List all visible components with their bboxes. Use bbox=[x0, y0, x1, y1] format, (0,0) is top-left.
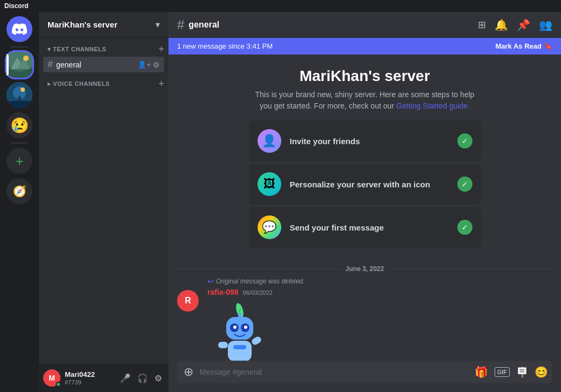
channel-general-icons: 👤+ ⚙ bbox=[138, 60, 160, 69]
date-divider: June 3, 2022 bbox=[168, 256, 561, 277]
channel-settings-icon[interactable]: ⚙ bbox=[153, 60, 160, 69]
headphones-button[interactable]: 🎧 bbox=[135, 371, 150, 386]
message-group-rafia: R rafia-098 06/03/2022 bbox=[177, 288, 552, 361]
user-avatar: M bbox=[43, 369, 60, 387]
personalize-icon-glyph: 🖼 bbox=[263, 177, 275, 191]
message-timestamp: 06/03/2022 bbox=[243, 289, 273, 296]
message-image bbox=[207, 301, 305, 361]
checklist-item-invite[interactable]: 👤 Invite your friends ✓ bbox=[249, 120, 481, 161]
new-message-banner-text: 1 new message since 3:41 PM bbox=[177, 42, 273, 50]
server-header-chevron-icon: ▾ bbox=[156, 19, 160, 30]
checklist-icon-personalize: 🖼 bbox=[258, 172, 281, 196]
server-icon-emoji[interactable]: 😢 bbox=[6, 112, 32, 138]
mark-as-read-button[interactable]: Mark As Read 🔖 bbox=[496, 42, 553, 50]
checklist-icon-message: 💬 bbox=[258, 215, 281, 239]
message-username: rafia-098 bbox=[207, 288, 239, 296]
svg-rect-17 bbox=[238, 313, 241, 319]
server-divider bbox=[11, 46, 28, 48]
pin-icon[interactable]: 📌 bbox=[517, 18, 530, 31]
mark-as-read-icon: 🔖 bbox=[544, 42, 552, 50]
user-info: Mari0422 #7739 bbox=[65, 370, 113, 386]
reply-deleted-text: Original message was deleted. bbox=[216, 278, 305, 285]
voice-channels-add-icon[interactable]: + bbox=[158, 79, 164, 89]
checklist-item-personalize[interactable]: 🖼 Personalize your server with an icon ✓ bbox=[249, 164, 481, 205]
notification-icon[interactable]: 🔔 bbox=[495, 18, 508, 31]
check-icon-personalize: ✓ bbox=[462, 180, 468, 188]
sticker-icon[interactable]: 🪧 bbox=[516, 366, 528, 378]
check-icon-message: ✓ bbox=[462, 223, 468, 232]
message-header-rafia: rafia-098 06/03/2022 bbox=[207, 288, 552, 296]
messages-area[interactable]: 1 new message since 3:41 PM Mark As Read… bbox=[168, 38, 561, 361]
checklist-icon-friends: 👤 bbox=[258, 129, 281, 153]
svg-rect-21 bbox=[251, 335, 262, 346]
message-input[interactable] bbox=[200, 361, 470, 383]
main-content: # general ⊞ 🔔 📌 👥 1 new message since 3:… bbox=[168, 12, 561, 392]
user-status-dot bbox=[56, 382, 61, 387]
checklist-check-invite: ✓ bbox=[457, 133, 472, 148]
checklist-check-personalize: ✓ bbox=[457, 177, 472, 192]
titlebar: Discord bbox=[0, 0, 561, 12]
channel-general-name: general bbox=[56, 60, 134, 69]
text-channels-add-icon[interactable]: + bbox=[158, 44, 164, 54]
svg-rect-18 bbox=[228, 341, 252, 361]
add-member-icon[interactable]: 👤+ bbox=[138, 60, 151, 69]
server-2-wrapper bbox=[6, 82, 32, 108]
user-panel: M Mari0422 #7739 🎤 🎧 ⚙ bbox=[39, 364, 168, 392]
date-divider-line-right bbox=[388, 269, 552, 269]
channel-item-general[interactable]: # general 👤+ ⚙ bbox=[43, 57, 164, 72]
message-avatar-rafia: R bbox=[177, 290, 199, 312]
reply-icon: ↩ bbox=[207, 277, 214, 286]
message-attach-button[interactable]: ⊕ bbox=[181, 361, 195, 383]
checklist-check-message: ✓ bbox=[457, 220, 472, 235]
user-settings-button[interactable]: ⚙ bbox=[152, 371, 164, 386]
svg-rect-10 bbox=[6, 101, 32, 108]
server-icon-2[interactable] bbox=[6, 82, 32, 108]
message-content-rafia: rafia-098 06/03/2022 bbox=[207, 288, 552, 361]
checklist-label-personalize: Personalize your server with an icon bbox=[290, 180, 449, 189]
server-emoji-wrapper: 😢 bbox=[6, 112, 32, 138]
server-welcome: MariKhan's server This is your brand new… bbox=[168, 55, 561, 256]
svg-rect-20 bbox=[218, 342, 228, 348]
svg-point-15 bbox=[233, 326, 236, 329]
check-icon-invite: ✓ bbox=[462, 137, 468, 145]
checklist-label-invite: Invite your friends bbox=[290, 137, 449, 146]
checklist-label-message: Send your first message bbox=[290, 223, 449, 232]
user-controls: 🎤 🎧 ⚙ bbox=[118, 371, 164, 386]
text-channels-category[interactable]: ▾ TEXT CHANNELS + bbox=[39, 42, 168, 56]
server-header[interactable]: MariKhan's server ▾ bbox=[39, 12, 168, 38]
discover-button[interactable]: 🧭 bbox=[6, 178, 32, 204]
messages-container: ↩ Original message was deleted. R rafia-… bbox=[168, 277, 561, 361]
svg-point-16 bbox=[244, 326, 247, 329]
checklist: 👤 Invite your friends ✓ 🖼 Personalize yo… bbox=[249, 120, 481, 248]
server-home-wrapper bbox=[6, 16, 32, 42]
channels-list: ▾ TEXT CHANNELS + # general 👤+ ⚙ ▸ VOICE… bbox=[39, 38, 168, 364]
message-input-wrapper: ⊕ 🎁 GIF 🪧 😊 bbox=[177, 361, 552, 383]
members-icon[interactable]: 👥 bbox=[539, 18, 552, 31]
gif-button[interactable]: GIF bbox=[495, 367, 510, 377]
text-channels-label: ▾ TEXT CHANNELS bbox=[48, 46, 106, 53]
server-active-pill bbox=[6, 54, 9, 76]
discover-icon: 🧭 bbox=[13, 185, 26, 198]
user-avatar-letter: M bbox=[49, 374, 55, 382]
add-server-button[interactable]: + bbox=[6, 148, 32, 174]
message-input-right-buttons: 🎁 GIF 🪧 😊 bbox=[475, 366, 548, 379]
voice-channels-label: ▸ VOICE CHANNELS bbox=[48, 80, 110, 87]
mic-button[interactable]: 🎤 bbox=[118, 371, 133, 386]
gift-icon[interactable]: 🎁 bbox=[475, 366, 488, 379]
server-divider-2 bbox=[11, 143, 28, 144]
getting-started-link[interactable]: Getting Started guide. bbox=[396, 102, 470, 110]
new-message-banner: 1 new message since 3:41 PM Mark As Read… bbox=[168, 38, 561, 55]
user-name: Mari0422 bbox=[65, 370, 113, 379]
svg-rect-19 bbox=[233, 345, 246, 349]
server-icon-marikhan[interactable] bbox=[6, 52, 32, 78]
date-divider-label: June 3, 2022 bbox=[346, 265, 384, 273]
server-welcome-title: MariKhan's server bbox=[300, 67, 430, 85]
voice-channels-category[interactable]: ▸ VOICE CHANNELS + bbox=[39, 77, 168, 91]
emoji-icon[interactable]: 😊 bbox=[535, 366, 548, 379]
add-server-icon: + bbox=[15, 154, 23, 168]
message-icon-glyph: 💬 bbox=[262, 220, 276, 234]
threads-icon[interactable]: ⊞ bbox=[478, 19, 486, 31]
checklist-item-message[interactable]: 💬 Send your first message ✓ bbox=[249, 207, 481, 248]
message-input-area: ⊕ 🎁 GIF 🪧 😊 bbox=[168, 361, 561, 392]
server-icon-home[interactable] bbox=[6, 16, 32, 42]
